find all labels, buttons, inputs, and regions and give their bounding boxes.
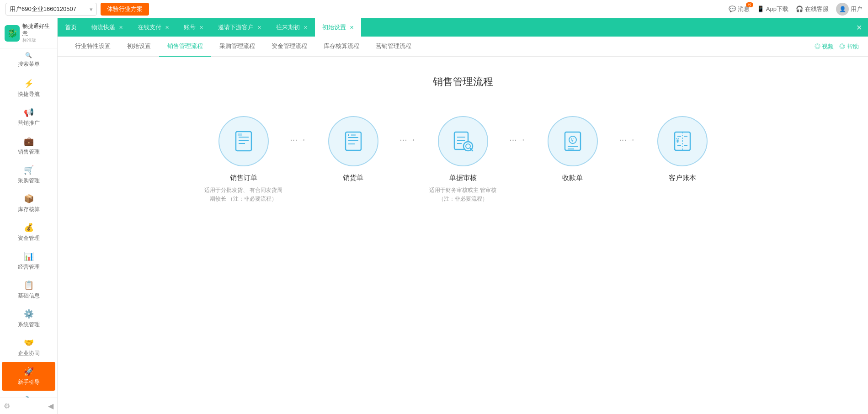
message-icon: 💬 [729,5,736,12]
online-service-button[interactable]: 🎧 在线客服 [796,5,829,13]
sub-tab-采购管理流程[interactable]: 采购管理流程 [211,37,263,57]
sidebar-item-销售管理[interactable]: 💼销售管理 [2,132,55,160]
flow-circle-sales-order [218,116,269,166]
sidebar-item-资金管理[interactable]: 💰资金管理 [2,218,55,247]
sidebar-label-4: 库存核算 [18,206,40,213]
main-content: 首页物流快递✕在线支付✕账号✕邀请下游客户✕往来期初✕初始设置✕✕ 行业特性设置… [58,18,868,414]
sidebar-icon-10: 🚀 [24,366,34,377]
settings-icon[interactable]: ⚙ [4,402,10,410]
user-profile-button[interactable]: 👤 用户 [836,3,863,16]
user-name-label: 用户 [851,5,863,13]
logo-title: 畅捷通好生意 [22,23,53,37]
sub-tabs: 行业特性设置初始设置销售管理流程采购管理流程资金管理流程库存核算流程营销管理流程… [58,37,868,57]
sidebar-label-1: 营销推广 [18,119,40,127]
top-bar-right: 💬 6 消息 📱 App下载 🎧 在线客服 👤 用户 [729,3,863,16]
online-service-label: 在线客服 [805,5,829,13]
flow-step-sales-invoice[interactable]: 销货单 [312,116,394,186]
search-menu-button[interactable]: 🔍 搜索菜单 [0,48,57,72]
flow-step-receipt[interactable]: ¥ 收款单 [532,116,614,186]
headset-icon: 🎧 [796,5,803,12]
sub-tab-行业特性设置[interactable]: 行业特性设置 [67,37,119,57]
sidebar-logo: 🐉 畅捷通好生意 标准版 [0,18,57,48]
nav-tab-初始设置[interactable]: 初始设置✕ [315,18,361,37]
nav-tab-label-4: 邀请下游客户 [218,23,254,32]
user-selector[interactable]: 用户690企业1660120507 ▾ [5,3,97,16]
nav-tab-物流快递[interactable]: 物流快递✕ [84,18,130,37]
nav-tab-close-5[interactable]: ✕ [304,25,308,31]
sub-tab-action-1[interactable]: ◎ 帮助 [839,42,859,51]
flow-arrow-0: ···→ [285,116,312,145]
logo-tag: 标准版 [22,37,53,43]
sidebar-item-系统管理[interactable]: ⚙️系统管理 [2,304,55,333]
flow-step-doc-review[interactable]: 单据审核适用于财务审核或主 管审核 （注：非必要流程） [422,116,504,203]
nav-tab-账号[interactable]: 账号✕ [176,18,211,37]
sidebar-icon-7: 📋 [24,280,34,290]
app-download-label: App下载 [766,5,788,13]
flow-step-label-sales-order: 销售订单 [230,174,257,182]
experience-button[interactable]: 体验行业方案 [101,3,149,16]
sidebar-label-8: 系统管理 [18,321,40,329]
sidebar-item-应用中心[interactable]: 🔧应用中心 [2,391,55,398]
sidebar-item-经营管理[interactable]: 📊经营管理 [2,247,55,276]
nav-close-all-button[interactable]: ✕ [850,18,868,37]
collapse-icon[interactable]: ◀ [48,402,53,410]
app-download-button[interactable]: 📱 App下载 [757,5,788,13]
sidebar-item-库存核算[interactable]: 📦库存核算 [2,189,55,218]
nav-tab-label-3: 账号 [184,23,196,32]
sub-tab-营销管理流程[interactable]: 营销管理流程 [367,37,420,57]
flow-arrow-2: ···→ [504,116,532,145]
sidebar-icon-2: 💼 [24,136,34,146]
flow-arrow-1: ···→ [394,116,422,145]
sidebar-label-3: 采购管理 [18,177,40,185]
search-menu-label: 搜索菜单 [18,60,40,68]
message-button[interactable]: 💬 6 消息 [729,5,750,13]
sidebar-item-采购管理[interactable]: 🛒采购管理 [2,160,55,189]
flow-circle-receipt: ¥ [548,116,598,166]
sidebar-label-9: 企业协同 [18,350,40,357]
sidebar-icon-9: 🤝 [24,338,34,348]
search-icon: 🔍 [25,52,32,58]
dropdown-arrow-icon: ▾ [90,5,93,12]
sidebar-item-新手引导[interactable]: 🚀新手引导 [2,362,55,391]
sidebar-label-5: 资金管理 [18,234,40,242]
sidebar-icon-5: 💰 [24,223,34,233]
sidebar-nav: ⚡快捷导航📢营销推广💼销售管理🛒采购管理📦库存核算💰资金管理📊经营管理📋基础信息… [0,72,57,398]
nav-tab-邀请下游客户[interactable]: 邀请下游客户✕ [211,18,269,37]
sub-tab-销售管理流程[interactable]: 销售管理流程 [159,37,211,57]
sidebar-item-企业协同[interactable]: 🤝企业协同 [2,333,55,362]
sidebar-item-快捷导航[interactable]: ⚡快捷导航 [2,74,55,103]
flow-step-label-receipt: 收款单 [562,174,583,182]
flow-step-sales-order[interactable]: 销售订单适用于分批发货、 有合同发货周期较长 （注：非必要流程） [202,116,285,203]
sub-tab-初始设置[interactable]: 初始设置 [119,37,159,57]
sub-tab-库存核算流程[interactable]: 库存核算流程 [315,37,367,57]
app-layout: 🐉 畅捷通好生意 标准版 🔍 搜索菜单 ⚡快捷导航📢营销推广💼销售管理🛒采购管理… [0,18,868,414]
sidebar-item-营销推广[interactable]: 📢营销推广 [2,103,55,132]
sidebar-icon-0: ⚡ [24,79,34,89]
sidebar-item-基础信息[interactable]: 📋基础信息 [2,276,55,304]
sub-tabs-right: ◎ 视频◎ 帮助 [815,42,859,51]
flow-arrow-3: ···→ [614,116,641,145]
nav-tab-label-5: 往来期初 [276,23,300,32]
top-bar-left: 用户690企业1660120507 ▾ 体验行业方案 [5,3,149,16]
flow-steps: 销售订单适用于分批发货、 有合同发货周期较长 （注：非必要流程）···→ 销货单… [202,116,724,203]
sub-tab-资金管理流程[interactable]: 资金管理流程 [263,37,315,57]
nav-tab-在线支付[interactable]: 在线支付✕ [130,18,176,37]
sidebar-icon-8: ⚙️ [24,309,34,319]
nav-tab-close-3[interactable]: ✕ [199,25,203,31]
flow-step-label-doc-review: 单据审核 [449,174,477,182]
message-badge: 6 [746,2,753,7]
nav-tab-首页[interactable]: 首页 [58,18,84,37]
nav-tab-close-1[interactable]: ✕ [119,25,123,31]
nav-tab-close-6[interactable]: ✕ [350,25,354,31]
nav-tab-往来期初[interactable]: 往来期初✕ [269,18,315,37]
sub-tab-action-0[interactable]: ◎ 视频 [815,42,834,51]
sidebar-icon-1: 📢 [24,107,34,117]
flow-step-desc-sales-order: 适用于分批发货、 有合同发货周期较长 （注：非必要流程） [202,186,285,203]
logo-icon: 🐉 [5,25,20,42]
sidebar-label-0: 快捷导航 [18,90,40,98]
sidebar-label-6: 经营管理 [18,263,40,271]
flow-step-customer-ledger[interactable]: ¥ 客户账本 [641,116,724,186]
nav-tab-close-4[interactable]: ✕ [257,25,261,31]
nav-tab-close-2[interactable]: ✕ [165,25,169,31]
sidebar-label-10: 新手引导 [18,378,40,386]
